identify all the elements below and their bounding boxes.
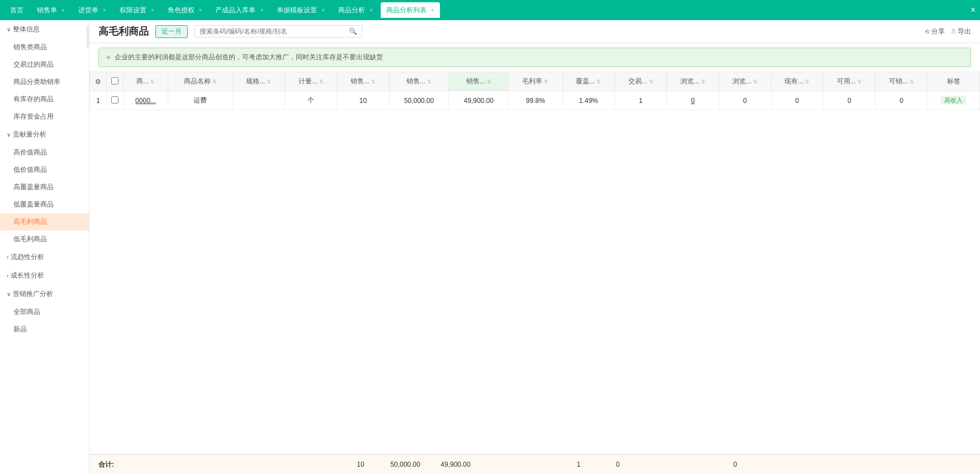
cell-tag: 高收入 bbox=[927, 91, 979, 110]
sort-icon: ⇅ bbox=[910, 79, 914, 85]
close-icon[interactable]: × bbox=[103, 7, 106, 13]
nav-home[interactable]: 首页 bbox=[4, 2, 29, 18]
nav-template-settings[interactable]: 单据模板设置 × bbox=[271, 2, 330, 18]
sidebar-group-trend[interactable]: › 流趋性分析 bbox=[0, 248, 89, 266]
col-coverage[interactable]: 覆盖...⇅ bbox=[562, 72, 614, 91]
sidebar-item-high-value-goods[interactable]: 高价值商品 bbox=[0, 144, 89, 161]
nav-sales-order[interactable]: 销售单 × bbox=[31, 2, 70, 18]
col-gross-rate[interactable]: 毛利率⇅ bbox=[509, 72, 562, 91]
cell-unit: 个 bbox=[285, 91, 337, 110]
sidebar-group-contribution[interactable]: ∨ 贡献量分析 bbox=[0, 125, 89, 144]
nav-purchase-order[interactable]: 进货单 × bbox=[73, 2, 112, 18]
sidebar-item-category-assist-rate[interactable]: 商品分类助销率 bbox=[0, 73, 89, 91]
col-browse-a[interactable]: 浏览...⇅ bbox=[667, 72, 719, 91]
table-container: ⚙ 商...⇅ 商品名称⇅ 规格...⇅ 计量...⇅ bbox=[89, 72, 980, 454]
footer-bar: 合计: 10 50,000.00 49,900.00 1 0 0 bbox=[89, 454, 980, 474]
sidebar: « ∨ 整体信息 销售类商品 交易过的商品 商品分类助销率 有库存的商品 库存资… bbox=[0, 20, 89, 474]
data-table: ⚙ 商...⇅ 商品名称⇅ 规格...⇅ 计量...⇅ bbox=[89, 72, 980, 110]
cell-gross-rate: 99.8% bbox=[509, 91, 562, 110]
sidebar-item-low-value-goods[interactable]: 低价值商品 bbox=[0, 161, 89, 179]
sidebar-group-marketing[interactable]: ∨ 营销推广分析 bbox=[0, 285, 89, 303]
sort-icon: ⇅ bbox=[212, 79, 217, 85]
sidebar-item-in-stock-goods[interactable]: 有库存的商品 bbox=[0, 91, 89, 108]
sidebar-item-high-margin-goods[interactable]: 高毛利商品 bbox=[0, 213, 89, 231]
close-icon[interactable]: × bbox=[370, 7, 373, 13]
share-icon: ⎋ bbox=[925, 27, 929, 35]
footer-transactions: 1 bbox=[559, 461, 598, 468]
filter-button[interactable]: 近一月 bbox=[155, 25, 188, 38]
close-icon[interactable]: × bbox=[151, 7, 154, 13]
col-avail-stock[interactable]: 可用...⇅ bbox=[823, 72, 875, 91]
nav-role-permission[interactable]: 角色授权 × bbox=[162, 2, 208, 18]
chevron-right-icon: › bbox=[7, 273, 8, 279]
sort-icon: ⇅ bbox=[649, 79, 654, 85]
sort-icon: ⇅ bbox=[544, 79, 548, 85]
close-icon[interactable]: × bbox=[260, 7, 263, 13]
content-header: 高毛利商品 近一月 🔍 ⎋ 分享 ⎍ 导出 bbox=[89, 20, 980, 43]
col-code[interactable]: 商...⇅ bbox=[124, 72, 168, 91]
sort-icon: ⇅ bbox=[596, 79, 601, 85]
search-box: 🔍 bbox=[195, 25, 362, 37]
chevron-down-icon: ∨ bbox=[7, 132, 11, 138]
cell-sellable-stock: 0 bbox=[875, 91, 927, 110]
sort-icon: ⇅ bbox=[267, 79, 271, 85]
nav-permission-settings[interactable]: 权限设置 × bbox=[114, 2, 160, 18]
table-header-row: ⚙ 商...⇅ 商品名称⇅ 规格...⇅ 计量...⇅ bbox=[90, 72, 980, 91]
close-icon[interactable]: × bbox=[321, 7, 325, 13]
cell-sales-amt2: 49,900.00 bbox=[449, 91, 509, 110]
close-icon[interactable]: × bbox=[431, 7, 434, 13]
cell-name: 运费 bbox=[168, 91, 233, 110]
row-checkbox[interactable] bbox=[111, 96, 119, 104]
info-banner: ✧ 企业的主要的利润都是这部分商品创造的，可考虑加大推广，同时关注库存是不要出现… bbox=[98, 48, 971, 67]
sidebar-item-new-goods[interactable]: 新品 bbox=[0, 321, 89, 338]
sidebar-item-high-coverage-goods[interactable]: 高覆盖量商品 bbox=[0, 179, 89, 196]
search-input[interactable] bbox=[200, 27, 349, 35]
page-title: 高毛利商品 bbox=[98, 25, 149, 38]
col-sales-qty[interactable]: 销售...⇅ bbox=[337, 72, 389, 91]
cell-checkbox bbox=[107, 91, 124, 110]
select-all-checkbox[interactable] bbox=[111, 77, 119, 85]
export-icon: ⎍ bbox=[951, 27, 955, 35]
col-transactions[interactable]: 交易...⇅ bbox=[614, 72, 666, 91]
top-nav: 首页 销售单 × 进货单 × 权限设置 × 角色授权 × 产成品入库单 × 单据… bbox=[0, 0, 980, 20]
export-button[interactable]: ⎍ 导出 bbox=[951, 27, 971, 36]
nav-product-analysis-list[interactable]: 商品分析列表 × bbox=[381, 2, 440, 18]
nav-product-inbound[interactable]: 产成品入库单 × bbox=[210, 2, 269, 18]
close-icon[interactable]: × bbox=[199, 7, 202, 13]
sort-icon: ⇅ bbox=[858, 79, 862, 85]
sidebar-collapse-button[interactable]: « bbox=[87, 26, 89, 48]
sort-icon: ⇅ bbox=[150, 79, 155, 85]
col-browse-b[interactable]: 浏览...⇅ bbox=[719, 72, 771, 91]
close-all-button[interactable]: × bbox=[970, 5, 976, 15]
nav-product-analysis[interactable]: 商品分析 × bbox=[333, 2, 378, 18]
sort-icon: ⇅ bbox=[805, 79, 809, 85]
col-name[interactable]: 商品名称⇅ bbox=[168, 72, 233, 91]
chevron-down-icon: ∨ bbox=[7, 26, 11, 32]
close-icon[interactable]: × bbox=[61, 7, 65, 13]
search-icon[interactable]: 🔍 bbox=[349, 27, 357, 35]
sidebar-item-all-goods[interactable]: 全部商品 bbox=[0, 303, 89, 321]
col-unit[interactable]: 计量...⇅ bbox=[285, 72, 337, 91]
col-sales-amt[interactable]: 销售...⇅ bbox=[389, 72, 449, 91]
col-spec[interactable]: 规格...⇅ bbox=[233, 72, 285, 91]
sidebar-group-growth[interactable]: › 成长性分析 bbox=[0, 266, 89, 285]
col-sales-amt2[interactable]: 销售...⇅ bbox=[449, 72, 509, 91]
sidebar-item-traded-goods[interactable]: 交易过的商品 bbox=[0, 56, 89, 73]
col-sellable-stock[interactable]: 可销...⇅ bbox=[875, 72, 927, 91]
col-settings[interactable]: ⚙ bbox=[90, 72, 107, 91]
sidebar-item-inventory-capital[interactable]: 库存资金占用 bbox=[0, 108, 89, 125]
footer-sales-qty: 10 bbox=[341, 461, 380, 468]
sidebar-group-overall[interactable]: ∨ 整体信息 bbox=[0, 20, 89, 39]
sidebar-item-low-coverage-goods[interactable]: 低覆盖量商品 bbox=[0, 196, 89, 213]
col-current-stock[interactable]: 现有...⇅ bbox=[771, 72, 823, 91]
cell-transactions: 1 bbox=[614, 91, 666, 110]
sidebar-item-sales-goods[interactable]: 销售类商品 bbox=[0, 39, 89, 56]
cell-browse-a[interactable]: 0 bbox=[667, 91, 719, 110]
sidebar-item-low-margin-goods[interactable]: 低毛利商品 bbox=[0, 231, 89, 248]
footer-sales-amt: 50,000.00 bbox=[380, 461, 430, 468]
share-button[interactable]: ⎋ 分享 bbox=[925, 27, 945, 36]
cell-coverage: 1.49% bbox=[562, 91, 614, 110]
col-checkbox bbox=[107, 72, 124, 91]
cell-code[interactable]: 0000... bbox=[124, 91, 168, 110]
sort-icon: ⇅ bbox=[371, 79, 376, 85]
